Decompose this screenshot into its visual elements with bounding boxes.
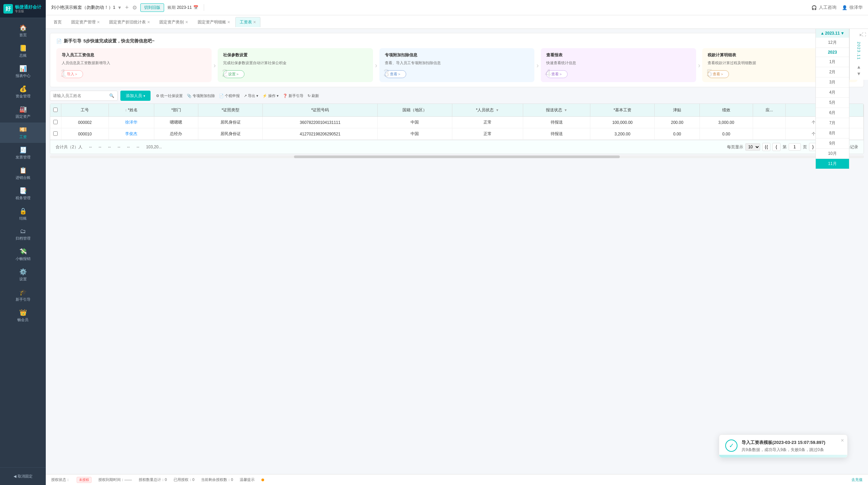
sidebar-item-payroll[interactable]: 💴 工资 xyxy=(0,123,46,143)
page-prefix: 第 xyxy=(783,144,787,150)
operations-icon: ⚡ xyxy=(262,94,267,98)
month-item-4[interactable]: 4月 xyxy=(816,88,849,98)
th-id-no: *证照号码 xyxy=(263,104,377,117)
recharge-link[interactable]: 去充值 xyxy=(851,477,863,482)
td-allowance-1: 200.00 xyxy=(655,117,700,128)
sidebar-item-close[interactable]: 🔒 结账 xyxy=(0,204,46,224)
right-panel-expand-btn[interactable]: ⛶ xyxy=(862,32,866,38)
expire-label: 授权到期时间：—— xyxy=(98,477,132,482)
emp-name-link-1[interactable]: 徐泽华 xyxy=(125,120,137,125)
report-status-filter-icon[interactable]: ▼ xyxy=(564,108,567,112)
sidebar-item-fixed-assets[interactable]: 🏭 固定资产 xyxy=(0,102,46,123)
expense-icon: 💸 xyxy=(19,248,27,255)
tab-close-payroll-table[interactable]: × xyxy=(253,19,256,25)
social-insurance-btn[interactable]: ⚙ 统一社保设置 xyxy=(156,93,183,98)
tab-close-fixed-category[interactable]: × xyxy=(185,19,188,25)
beginner-guide-btn[interactable]: ❓ 新手引导 xyxy=(283,93,303,98)
sidebar-item-reports[interactable]: 📊 报表中心 xyxy=(0,61,46,82)
up-arrow-icon[interactable]: ▲ xyxy=(820,31,824,36)
right-panel-year-label: 2023.11 xyxy=(857,39,861,63)
purchase-icon: 📋 xyxy=(19,167,27,174)
export-btn[interactable]: ↗ 导出 ▾ xyxy=(244,93,258,98)
tab-depreciation[interactable]: 固定资产折旧统计表 × xyxy=(105,17,154,27)
account-info: 刘小艳演示账套（勿删勿动！）1 ▼ xyxy=(51,4,122,11)
tab-close-fixed-assets-mgmt[interactable]: × xyxy=(97,19,100,25)
cancel-fixed-btn[interactable]: ◀ 取消固定 xyxy=(0,471,46,482)
down-arrow-icon[interactable]: ▼ xyxy=(841,31,845,36)
tab-close-fixed-detail[interactable]: × xyxy=(228,19,230,25)
refresh-btn[interactable]: ↻ 刷新 xyxy=(308,93,319,98)
month-item-7[interactable]: 7月 xyxy=(816,118,849,128)
special-deduction-btn[interactable]: 📎 专项附加扣除 xyxy=(187,93,215,98)
sidebar-item-settings[interactable]: ⚙️ 设置 xyxy=(0,265,46,285)
row-checkbox-2[interactable] xyxy=(53,131,58,136)
search-icon[interactable]: 🔍 xyxy=(109,93,114,98)
prev-page-btn[interactable]: ⟨ xyxy=(772,143,781,151)
sidebar-label-purchase: 进销台账 xyxy=(16,175,31,180)
guide-step-3: 专项附加扣除信息 查看、导入员工专项附加扣除信息 查看＞ 3 xyxy=(379,48,535,82)
sidebar-item-tax[interactable]: 📑 税务管理 xyxy=(0,184,46,204)
sidebar-item-finance[interactable]: 💰 资金管理 xyxy=(0,82,46,102)
right-panel-close-btn[interactable]: × xyxy=(859,32,862,38)
tab-fixed-assets-mgmt[interactable]: 固定资产管理 × xyxy=(67,17,104,27)
search-input[interactable] xyxy=(53,93,107,98)
sidebar-item-purchase[interactable]: 📋 进销台账 xyxy=(0,163,46,184)
td-performance-2: 0.00 xyxy=(699,128,753,140)
month-item-12[interactable]: 12月 xyxy=(816,38,849,48)
tax-icon: 📑 xyxy=(19,187,27,194)
month-item-2[interactable]: 2月 xyxy=(816,67,849,77)
auth-badge: 未授权 xyxy=(77,477,92,483)
tab-fixed-detail[interactable]: 固定资产明细账 × xyxy=(193,17,235,27)
month-item-11[interactable]: 11月 xyxy=(816,159,849,169)
sidebar-label-archive: 归档管理 xyxy=(16,236,31,241)
sidebar-item-newguide[interactable]: 🎓 新手引导 xyxy=(0,285,46,305)
sidebar-item-expense[interactable]: 💸 小畅报销 xyxy=(0,244,46,265)
tab-payroll-table[interactable]: 工资表 × xyxy=(235,17,260,27)
page-number-input[interactable] xyxy=(789,143,801,151)
status-filter-icon[interactable]: ▼ xyxy=(496,108,499,112)
td-checkbox-2 xyxy=(50,128,61,140)
add-person-btn[interactable]: 添加人员 ▾ xyxy=(120,91,151,101)
tab-fixed-category[interactable]: 固定资产类别 × xyxy=(155,17,192,27)
tab-home[interactable]: 首页 xyxy=(49,17,66,27)
month-item-5[interactable]: 5月 xyxy=(816,98,849,108)
calendar-icon[interactable]: 📅 xyxy=(193,5,198,10)
sidebar-item-archive[interactable]: 🗂 归档管理 xyxy=(0,224,46,244)
warning-label: 温馨提示 xyxy=(240,477,255,482)
sidebar-label-tax: 税务管理 xyxy=(16,195,31,201)
row-checkbox-1[interactable] xyxy=(53,120,58,124)
month-item-10[interactable]: 10月 xyxy=(816,149,849,159)
down-chevron-icon[interactable]: ▼ xyxy=(856,71,861,76)
toast-close-btn[interactable]: × xyxy=(841,437,844,444)
month-item-3[interactable]: 3月 xyxy=(816,77,849,88)
sidebar-item-member[interactable]: 👑 畅会员 xyxy=(0,305,46,326)
per-page-select[interactable]: 10 xyxy=(745,143,760,151)
sidebar-item-home[interactable]: 🏠 首页 xyxy=(0,21,46,41)
first-page-btn[interactable]: ⟨⟨ xyxy=(762,143,770,151)
tab-close-depreciation[interactable]: × xyxy=(147,19,150,25)
up-chevron-icon[interactable]: ▲ xyxy=(856,64,861,70)
sidebar-label-settings: 设置 xyxy=(19,277,27,282)
archive-icon: 🗂 xyxy=(20,228,26,235)
month-item-9[interactable]: 9月 xyxy=(816,138,849,149)
operations-btn[interactable]: ⚡ 操作 ▾ xyxy=(262,93,279,98)
member-icon: 👑 xyxy=(19,309,27,316)
emp-name-link-2[interactable]: 李俊杰 xyxy=(125,131,137,136)
month-item-6[interactable]: 6月 xyxy=(816,108,849,118)
td-name-2: 李俊杰 xyxy=(109,128,154,140)
ai-consult[interactable]: 🎧 人工咨询 xyxy=(811,4,836,11)
sidebar-item-ledger[interactable]: 📒 总账 xyxy=(0,41,46,61)
horizontal-scrollbar[interactable] xyxy=(50,155,864,158)
user-profile[interactable]: 👤 徐泽华 xyxy=(842,4,863,11)
topbar-right: 🎧 人工咨询 👤 徐泽华 xyxy=(811,4,863,11)
account-dropdown-icon[interactable]: ▼ xyxy=(117,5,122,10)
topbar-add-btn[interactable]: + xyxy=(125,4,129,11)
personal-tax-btn[interactable]: 📄 个税申报 xyxy=(219,93,240,98)
month-item-1[interactable]: 1月 xyxy=(816,57,849,67)
footer-dash-1: -- xyxy=(89,145,92,149)
month-item-8[interactable]: 8月 xyxy=(816,128,849,138)
topbar-settings-btn[interactable]: ⚙ xyxy=(132,4,137,11)
sidebar-item-invoice[interactable]: 🧾 发票管理 xyxy=(0,143,46,163)
select-all-checkbox[interactable] xyxy=(53,108,58,112)
switch-version-btn[interactable]: 切到旧版 xyxy=(140,3,164,12)
